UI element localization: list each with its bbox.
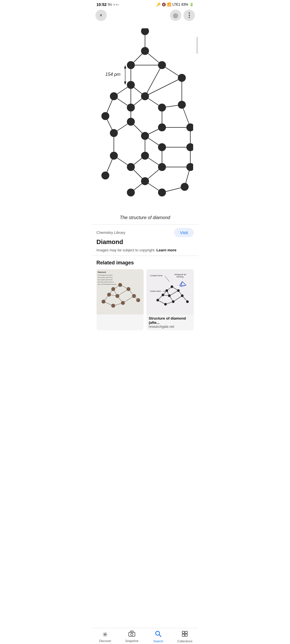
related-card-2-image: Covalent bond tetragonal sp³ bonding Car…	[146, 269, 194, 314]
notification-dot: ⊘ ⊘ •	[113, 3, 119, 6]
search-lens-button[interactable]: ◎	[170, 10, 181, 21]
svg-line-8	[145, 78, 182, 96]
svg-point-73	[181, 183, 189, 191]
image-caption: The structure of diamond	[92, 212, 198, 224]
svg-text:Diamond: Diamond	[97, 271, 106, 273]
visit-button[interactable]: Visit	[174, 228, 193, 237]
close-button[interactable]: ×	[95, 10, 107, 21]
svg-point-56	[127, 104, 135, 112]
svg-point-64	[158, 143, 166, 151]
svg-text:Covalent bond: Covalent bond	[150, 275, 163, 277]
svg-point-130	[177, 289, 180, 292]
related-card-1-info	[97, 314, 144, 318]
svg-point-135	[172, 300, 174, 303]
svg-text:In the diamond structure: In the diamond structure	[97, 275, 112, 276]
wifi-icon: 📶	[167, 3, 171, 7]
svg-text:form a 3D tetrahedral structur: form a 3D tetrahedral structure	[97, 284, 116, 285]
svg-point-67	[141, 152, 149, 160]
svg-point-63	[141, 132, 149, 140]
close-icon: ×	[99, 12, 103, 18]
diamond-structure-image: 154 pm	[92, 25, 198, 212]
svg-point-66	[110, 152, 118, 160]
svg-point-69	[158, 163, 166, 171]
svg-point-55	[178, 101, 186, 109]
svg-marker-112	[180, 285, 186, 287]
svg-point-94	[118, 283, 122, 287]
battery-icon: 🔋	[189, 3, 194, 7]
svg-point-49	[127, 61, 135, 69]
svg-point-57	[158, 104, 166, 112]
learn-more-link[interactable]: Learn more	[156, 248, 176, 252]
svg-point-97	[107, 293, 111, 297]
svg-point-129	[165, 289, 168, 292]
svg-point-50	[158, 61, 166, 69]
svg-point-53	[141, 92, 149, 100]
status-right: 🔑 🔇 📶 LTE1 83% 🔋	[156, 3, 194, 7]
svg-point-51	[178, 74, 186, 82]
related-images-title: Related images	[97, 260, 194, 266]
svg-line-86	[117, 289, 128, 296]
svg-point-102	[111, 304, 115, 308]
svg-text:four covalent bonds with: four covalent bonds with	[97, 279, 112, 281]
search-lens-icon: ◎	[173, 12, 178, 19]
svg-text:each carbon atom forms: each carbon atom forms	[97, 277, 112, 278]
svg-point-47	[141, 28, 149, 35]
svg-point-136	[164, 303, 167, 305]
status-app: filo	[108, 3, 112, 7]
svg-line-119	[169, 290, 178, 296]
more-icon: ⋮	[186, 12, 192, 19]
related-image-1-svg: Diamond In the diamond structure each ca…	[97, 269, 144, 314]
diamond-structure-svg: 154 pm	[97, 28, 193, 209]
status-left: 10:52 filo ⊘ ⊘ •	[97, 2, 119, 7]
svg-line-110	[182, 282, 186, 286]
related-card-2-info: Structure of diamond (afte... researchga…	[146, 314, 194, 330]
main-image-area: 154 pm	[92, 23, 198, 224]
svg-point-68	[127, 163, 135, 171]
svg-point-134	[156, 299, 159, 301]
source-label: Chemistry Library	[97, 230, 125, 235]
related-image-2-svg: Covalent bond tetragonal sp³ bonding Car…	[149, 269, 191, 314]
svg-line-104	[134, 296, 138, 300]
svg-point-100	[101, 299, 105, 303]
related-card-2-title: Structure of diamond (afte...	[149, 316, 191, 325]
mute-icon: 🔇	[162, 3, 166, 7]
svg-point-74	[127, 189, 135, 196]
related-card-2-source: researchgate.net	[149, 325, 191, 329]
svg-text:tetragonal sp³: tetragonal sp³	[174, 273, 186, 276]
svg-point-59	[158, 123, 166, 131]
top-bar-right: ◎ ⋮	[170, 10, 195, 21]
svg-point-95	[111, 287, 115, 291]
svg-line-123	[173, 296, 182, 302]
more-options-button[interactable]: ⋮	[184, 10, 195, 21]
svg-point-101	[121, 301, 125, 305]
svg-point-62	[127, 118, 135, 126]
svg-point-61	[110, 129, 118, 137]
svg-text:bonding: bonding	[177, 276, 184, 278]
battery-label: 83%	[181, 3, 188, 7]
copyright-text: Images may be subject to copyright. Lear…	[97, 248, 194, 252]
svg-line-106	[165, 276, 169, 281]
svg-point-72	[141, 177, 149, 185]
related-card-1[interactable]: Diamond In the diamond structure each ca…	[97, 269, 144, 330]
svg-text:four other carbon atoms to: four other carbon atoms to	[97, 281, 114, 283]
related-section: Related images Diamond In the diamond st…	[92, 256, 198, 333]
related-card-2[interactable]: Covalent bond tetragonal sp³ bonding Car…	[146, 269, 194, 330]
svg-point-65	[186, 143, 193, 151]
svg-line-125	[158, 300, 165, 304]
svg-line-7	[145, 65, 162, 96]
scrollbar	[197, 37, 198, 54]
svg-point-98	[115, 294, 119, 298]
svg-point-133	[181, 294, 184, 297]
svg-marker-45	[124, 82, 126, 85]
svg-point-131	[162, 294, 164, 296]
main-title: Diamond	[97, 238, 194, 246]
svg-point-132	[168, 294, 170, 297]
svg-point-96	[126, 287, 130, 291]
svg-marker-44	[124, 65, 126, 69]
status-time: 10:52	[97, 2, 107, 7]
svg-text:Carbon atom: Carbon atom	[150, 290, 161, 292]
svg-point-58	[101, 112, 109, 120]
signal-label: LTE1	[172, 3, 180, 7]
key-icon: 🔑	[156, 3, 161, 7]
svg-point-48	[141, 47, 149, 55]
